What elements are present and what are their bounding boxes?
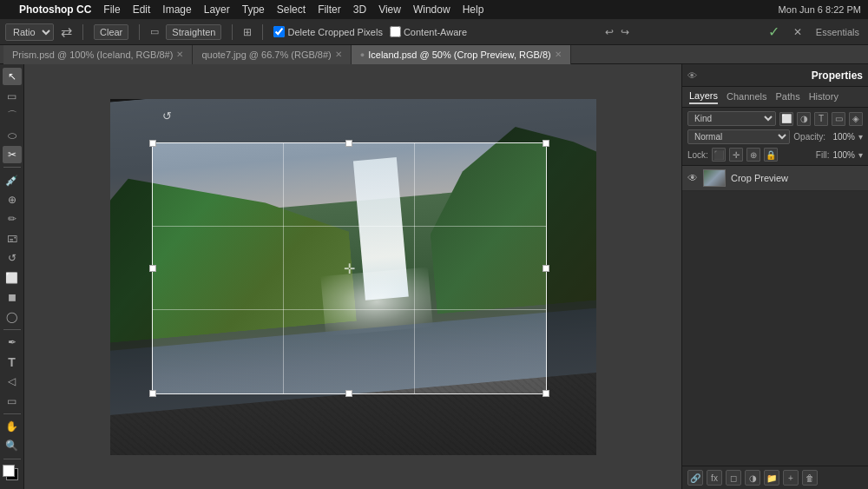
straighten-button[interactable]: Straighten [166,24,221,40]
tool-path-select[interactable]: ◁ [3,373,22,390]
blend-mode-select[interactable]: Normal [687,129,790,144]
lock-all-icon[interactable]: 🔒 [764,148,778,162]
fill-value: 100% [832,150,855,160]
menu-filter[interactable]: Filter [318,3,341,16]
tool-hand[interactable]: ✋ [3,418,22,435]
panel-tab-paths[interactable]: Paths [776,91,800,103]
separator-3 [232,24,233,40]
tab-quote[interactable]: quote7.jpg @ 66.7% (RGB/8#) ✕ [193,45,351,64]
layer-link-icon[interactable]: 🔗 [687,470,703,486]
tool-move[interactable]: ↖ [3,68,22,85]
panel-title: Properties [812,69,863,82]
menu-type[interactable]: Type [242,3,265,16]
tool-pen[interactable]: ✒ [3,334,22,351]
content-aware-label[interactable]: Content-Aware [390,26,467,37]
crop-handle-tm[interactable] [345,140,352,147]
app-name: Photoshop CC [19,3,91,16]
panel-tab-channels[interactable]: Channels [727,91,766,103]
tool-shape[interactable]: ▭ [3,392,22,409]
delete-cropped-label[interactable]: Delete Cropped Pixels [273,26,382,37]
swap-icon[interactable]: ⇄ [61,23,72,40]
canvas-area[interactable]: ✛ ↺ [24,64,681,489]
menu-file[interactable]: File [103,3,120,16]
kind-select[interactable]: Kind [687,111,776,126]
menu-right: Mon Jun 6 8:22 PM [779,4,861,15]
menu-3d[interactable]: 3D [353,3,366,16]
crop-box[interactable]: ✛ [152,142,547,394]
panel-icon-row: 👁 Properties [682,64,868,87]
lock-pixels-icon[interactable]: ⬛ [712,148,726,162]
opacity-value: 100% [829,132,855,142]
layer-new-icon[interactable]: + [783,470,799,486]
lock-position-icon[interactable]: ✛ [729,148,743,162]
layer-fx-icon[interactable]: fx [707,470,722,486]
layer-mask-icon[interactable]: ◻ [726,470,741,486]
tab-iceland[interactable]: ● Iceland.psd @ 50% (Crop Preview, RGB/8… [352,45,571,64]
tool-eyedropper[interactable]: 💉 [3,171,22,188]
grid-icon: ⊞ [243,26,252,38]
tool-crop[interactable]: ✂ [3,146,22,163]
filter-text-icon[interactable]: T [814,112,828,126]
menu-edit[interactable]: Edit [133,3,151,16]
filter-pixel-icon[interactable]: ⬜ [779,112,793,126]
tab-iceland-close[interactable]: ✕ [555,50,562,59]
panel-icon-eye[interactable]: 👁 [687,70,697,81]
tool-text[interactable]: T [3,353,22,370]
tool-clone[interactable]: 🖃 [3,230,22,248]
crop-handle-ml[interactable] [149,265,156,272]
tabsbar: Prism.psd @ 100% (Iceland, RGB/8#) ✕ quo… [0,45,868,64]
lock-artboard-icon[interactable]: ⊕ [746,148,760,162]
clear-button[interactable]: Clear [94,24,128,40]
right-panel: 👁 Properties Layers Channels Paths Histo… [681,64,868,489]
foreground-color-swatch[interactable] [3,465,15,477]
tool-select-rect[interactable]: ▭ [3,87,22,104]
layer-group-icon[interactable]: 📁 [764,470,779,486]
menu-view[interactable]: View [378,3,401,16]
redo-icon[interactable]: ↪ [621,26,629,38]
tool-brush[interactable]: ✏ [3,210,22,228]
ratio-select[interactable]: Ratio [5,23,54,41]
panel-tab-layers[interactable]: Layers [689,90,718,104]
filter-smart-icon[interactable]: ◈ [849,112,863,126]
content-aware-checkbox[interactable] [390,26,401,37]
crop-handle-tl[interactable] [149,140,156,147]
undo-icon[interactable]: ↩ [605,26,614,38]
menu-help[interactable]: Help [463,3,484,16]
cancel-button[interactable]: ✕ [793,26,802,38]
filter-adjust-icon[interactable]: ◑ [797,112,811,126]
panel-tab-history[interactable]: History [809,91,838,103]
tab-quote-close[interactable]: ✕ [335,50,342,59]
layer-item-crop-preview[interactable]: 👁 Crop Preview [682,166,868,191]
tab-prism-close[interactable]: ✕ [176,50,183,59]
tool-spot-heal[interactable]: ⊕ [3,191,22,208]
commit-button[interactable]: ✓ [768,23,779,40]
layer-adj-icon[interactable]: ◑ [745,470,760,486]
toolbar-separator-1 [3,167,21,168]
panel-footer: 🔗 fx ◻ ◑ 📁 + 🗑 [682,466,868,489]
layer-delete-icon[interactable]: 🗑 [802,470,818,486]
tool-lasso[interactable]: ⌒ [3,107,22,124]
color-swatches [3,465,22,484]
filter-shape-icon[interactable]: ▭ [832,112,845,126]
tab-iceland-label: Iceland.psd @ 50% (Crop Preview, RGB/8) [368,50,550,60]
tool-gradient[interactable]: ◼ [3,288,22,306]
crop-handle-br[interactable] [542,390,549,397]
tool-dodge[interactable]: ◯ [3,308,22,326]
tab-prism[interactable]: Prism.psd @ 100% (Iceland, RGB/8#) ✕ [3,45,193,64]
crop-handle-bl[interactable] [149,390,156,397]
menu-image[interactable]: Image [162,3,191,16]
crop-handle-mr[interactable] [542,265,549,272]
delete-cropped-checkbox[interactable] [273,26,285,37]
tool-eraser[interactable]: ⬜ [3,269,22,287]
menu-select[interactable]: Select [277,3,306,16]
tool-quick-select[interactable]: ⬭ [3,126,22,143]
tool-history-brush[interactable]: ↺ [3,249,22,267]
menu-layer[interactable]: Layer [204,3,230,16]
crop-handle-bm[interactable] [345,390,352,397]
tool-zoom[interactable]: 🔍 [3,437,22,454]
menu-window[interactable]: Window [413,3,450,16]
grid-line-v2 [414,143,415,393]
layer-visibility-icon[interactable]: 👁 [687,172,698,184]
toolbar: ↖ ▭ ⌒ ⬭ ✂ 💉 ⊕ ✏ 🖃 ↺ ⬜ ◼ ◯ ✒ T ◁ ▭ ✋ 🔍 [0,64,24,489]
crop-handle-tr[interactable] [542,140,549,147]
